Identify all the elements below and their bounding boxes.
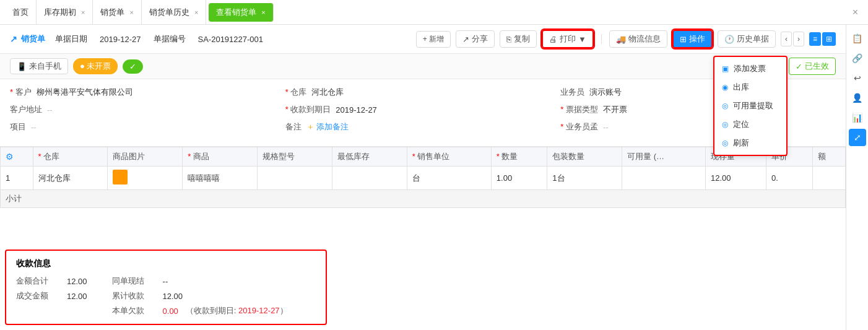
col-settings[interactable]: ⚙ xyxy=(1,147,33,167)
dropdown-add-invoice[interactable]: ▣ 添加发票 xyxy=(714,59,786,78)
tab-home[interactable]: 首页 xyxy=(5,0,37,24)
sidebar-user-icon[interactable]: 👤 xyxy=(849,89,866,106)
copy-button[interactable]: ⎘ 复制 xyxy=(500,30,537,48)
tab-inventory-label: 库存期初 xyxy=(44,7,76,18)
same-order-value: -- xyxy=(163,277,168,286)
row-product: 嘻嘻嘻嘻 xyxy=(183,167,258,190)
check-button[interactable]: ✓ xyxy=(123,59,143,74)
subtotal-label: 小计 xyxy=(1,190,846,208)
history-button[interactable]: 🕐 历史单据 xyxy=(718,30,776,48)
sidebar-doc-icon[interactable]: 📋 xyxy=(849,30,866,47)
effective-button[interactable]: ✓ 已生效 xyxy=(789,58,836,75)
col-warehouse: * 仓库 xyxy=(33,147,108,167)
payment-hint: （收款到期日: 2019-12-27） xyxy=(186,305,288,316)
customer-label: 客户 xyxy=(10,87,32,98)
ticket-type-value: 不开票 xyxy=(603,104,627,115)
warehouse-label: 仓库 xyxy=(285,87,307,98)
row-available xyxy=(622,167,706,190)
sidebar-chart-icon[interactable]: 📊 xyxy=(849,109,866,126)
total-received-value: 12.00 xyxy=(163,292,183,301)
current-owed-value: 0.00 xyxy=(163,306,178,316)
print-button[interactable]: 🖨 打印 ▼ xyxy=(542,30,594,48)
date-label: 单据日期 xyxy=(55,33,87,45)
next-record-button[interactable]: › xyxy=(793,32,804,46)
address-label: 客户地址 xyxy=(10,104,42,115)
payment-title: 收款信息 xyxy=(16,258,316,269)
payment-info: 收款信息 金额合计 12.00 成交金额 12.00 同单现结 -- xyxy=(5,250,327,325)
tab-bar: 首页 库存期初 × 销货单 × 销货单历史 × 查看销货单 × × xyxy=(0,0,868,25)
effective-icon: ✓ xyxy=(796,62,802,71)
row-image xyxy=(108,167,183,190)
dropdown-outbound[interactable]: ◉ 出库 xyxy=(714,78,786,97)
address-value: -- xyxy=(47,105,53,115)
window-close-button[interactable]: × xyxy=(848,7,863,18)
not-open-ticket-button[interactable]: ● 未开票 xyxy=(73,58,118,74)
print-icon: 🖨 xyxy=(549,35,557,44)
not-open-label: ● 未开票 xyxy=(80,61,111,72)
product-thumbnail xyxy=(113,170,128,185)
col-available: 可用量 (… xyxy=(622,147,706,167)
sidebar-return-icon[interactable]: ↩ xyxy=(849,69,866,87)
row-spec xyxy=(258,167,332,190)
total-received-row: 累计收款 12.00 xyxy=(112,290,288,302)
operation-button[interactable]: ⊞ 操作 xyxy=(672,30,713,48)
tab-view-sales[interactable]: 查看销货单 × xyxy=(209,3,273,22)
tab-history-close[interactable]: × xyxy=(194,9,198,16)
project-field: 项目 -- xyxy=(10,121,285,132)
staff-field: 业务员孟 -- xyxy=(560,121,836,132)
tab-inventory-close[interactable]: × xyxy=(81,9,85,16)
col-product: * 商品 xyxy=(183,147,258,167)
list-view-button[interactable]: ≡ xyxy=(809,32,821,46)
operation-dropdown: ▣ 添加发票 ◉ 出库 ◎ 可用量提取 ◎ 定位 ◎ 刷新 xyxy=(713,56,788,156)
prev-record-button[interactable]: ‹ xyxy=(781,32,792,46)
transaction-amount-label: 成交金额 xyxy=(16,290,59,302)
payment-date-label: 收款到期日 xyxy=(285,104,331,115)
staff-value: -- xyxy=(603,123,609,132)
sidebar-expand-icon[interactable]: ⤢ xyxy=(849,129,866,146)
tab-history[interactable]: 销货单历史 × xyxy=(142,0,206,24)
tab-home-label: 首页 xyxy=(12,7,28,18)
note-field: 备注 ＋ 添加备注 xyxy=(285,121,561,132)
from-phone-button[interactable]: 📱 来自手机 xyxy=(10,58,68,74)
phone-icon: 📱 xyxy=(17,62,27,71)
row-min-stock xyxy=(332,167,407,190)
customer-value: 柳州粤港平安气体有限公司 xyxy=(37,87,133,98)
dropdown-available-extract[interactable]: ◎ 可用量提取 xyxy=(714,97,786,115)
total-amount-row: 金额合计 12.00 xyxy=(16,276,87,287)
tab-inventory[interactable]: 库存期初 × xyxy=(37,0,93,24)
print-dropdown-arrow: ▼ xyxy=(578,35,586,44)
doc-header: ↗ 销货单 单据日期 2019-12-27 单据编号 SA-20191227-0… xyxy=(0,25,846,54)
ticket-type-label: 票据类型 xyxy=(560,104,598,115)
logistics-button[interactable]: 🚚 物流信息 xyxy=(609,30,667,48)
history-icon: 🕐 xyxy=(724,35,734,44)
doc-title: ↗ 销货单 xyxy=(10,33,45,45)
current-owed-label: 本单欠款 xyxy=(112,305,155,316)
available-extract-icon: ◎ xyxy=(722,102,728,110)
tab-sales-close[interactable]: × xyxy=(129,9,133,16)
share-button[interactable]: ↗ 分享 xyxy=(456,30,495,48)
date-value: 2019-12-27 xyxy=(100,35,141,44)
row-current-stock: 12.00 xyxy=(705,167,766,190)
add-note-button[interactable]: ＋ 添加备注 xyxy=(306,121,349,132)
dropdown-refresh[interactable]: ◎ 刷新 xyxy=(714,134,786,152)
tab-view-sales-close[interactable]: × xyxy=(261,9,265,16)
hint-prefix: （收款到期日: xyxy=(186,306,238,315)
right-sidebar: 📋 🔗 ↩ 👤 📊 ⤢ xyxy=(846,25,868,330)
payment-col-right: 同单现结 -- 累计收款 12.00 本单欠款 0.00 （收款到期日: 201… xyxy=(112,276,288,316)
view-toggle: ≡ ⊞ xyxy=(809,32,836,46)
tab-sales[interactable]: 销货单 × xyxy=(93,0,141,24)
total-amount-value: 12.00 xyxy=(67,277,87,286)
tab-sales-label: 销货单 xyxy=(100,7,124,18)
customer-field: 客户 柳州粤港平安气体有限公司 xyxy=(10,87,285,98)
new-button[interactable]: + 新增 xyxy=(416,31,451,48)
row-package-qty: 1台 xyxy=(547,167,622,190)
transaction-amount-row: 成交金额 12.00 xyxy=(16,290,87,302)
dropdown-locate[interactable]: ◎ 定位 xyxy=(714,115,786,134)
number-value: SA-20191227-001 xyxy=(198,35,264,44)
outbound-icon: ◉ xyxy=(722,83,728,92)
check-icon: ✓ xyxy=(129,62,136,71)
grid-view-button[interactable]: ⊞ xyxy=(822,32,836,46)
sidebar-link-icon[interactable]: 🔗 xyxy=(849,50,866,67)
current-owed-row: 本单欠款 0.00 （收款到期日: 2019-12-27） xyxy=(112,305,288,316)
salesperson-value: 演示账号 xyxy=(589,87,622,98)
